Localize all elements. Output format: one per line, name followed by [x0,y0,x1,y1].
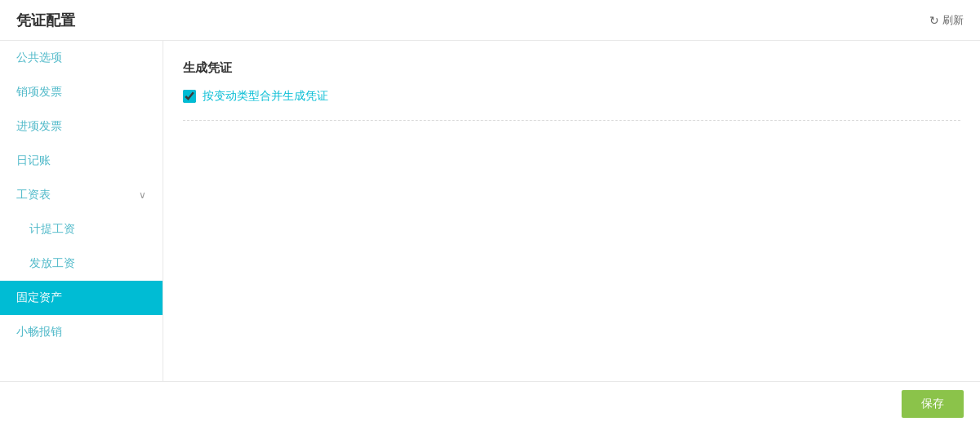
sidebar-item-payroll-table[interactable]: 工资表 ∨ [0,178,163,212]
sidebar: 公共选项 销项发票 进项发票 日记账 工资表 ∨ 计提工资 发放工资 固定资 [0,41,163,381]
chevron-down-icon: ∨ [139,189,146,201]
sidebar-item-label: 日记账 [16,153,51,168]
sidebar-item-label: 销项发票 [16,85,62,100]
sidebar-item-public-options[interactable]: 公共选项 [0,41,163,75]
section-divider [183,120,960,121]
sidebar-item-label: 发放工资 [29,256,75,271]
refresh-label: 刷新 [942,13,964,28]
sidebar-item-label: 进项发票 [16,119,62,134]
merge-voucher-checkbox[interactable] [183,90,196,103]
page-footer: 保存 [0,381,980,426]
content-area: 生成凭证 按变动类型合并生成凭证 [163,41,980,381]
sidebar-item-pay-wages[interactable]: 发放工资 [0,246,163,281]
checkbox-row: 按变动类型合并生成凭证 [183,89,960,104]
page-header: 凭证配置 ↻ 刷新 [0,0,980,41]
sidebar-item-purchase-invoice[interactable]: 进项发票 [0,109,163,144]
checkbox-label: 按变动类型合并生成凭证 [203,89,328,104]
sidebar-item-sales-invoice[interactable]: 销项发票 [0,75,163,109]
main-content: 公共选项 销项发票 进项发票 日记账 工资表 ∨ 计提工资 发放工资 固定资 [0,41,980,381]
page-wrapper: 凭证配置 ↻ 刷新 公共选项 销项发票 进项发票 日记账 工资表 ∨ [0,0,980,426]
refresh-button[interactable]: ↻ 刷新 [929,13,964,28]
page-title: 凭证配置 [16,11,75,30]
sidebar-item-fixed-assets[interactable]: 固定资产 [0,281,163,315]
sidebar-item-journal[interactable]: 日记账 [0,144,163,178]
sidebar-item-label: 固定资产 [16,291,62,305]
sidebar-item-accrued-wages[interactable]: 计提工资 [0,212,163,246]
refresh-icon: ↻ [929,14,939,27]
sidebar-item-label: 工资表 [16,188,51,202]
sidebar-item-label: 小畅报销 [16,325,62,339]
section-title: 生成凭证 [183,60,960,76]
sidebar-item-label: 公共选项 [16,51,62,65]
sidebar-item-expense-report[interactable]: 小畅报销 [0,315,163,349]
save-button[interactable]: 保存 [902,390,964,418]
sidebar-item-label: 计提工资 [29,222,75,237]
